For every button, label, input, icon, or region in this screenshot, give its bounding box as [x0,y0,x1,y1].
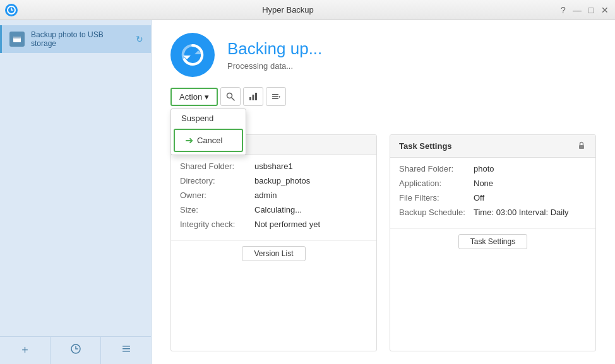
table-row: Owner: admin [180,191,367,200]
task-settings-panel-footer: Task Settings [390,228,595,254]
backup-spinner [170,33,215,77]
log-button[interactable] [101,337,151,364]
version-list-button[interactable]: Version List [242,246,305,261]
backup-task-icon [9,32,25,47]
add-task-button[interactable]: + [0,337,51,364]
sidebar-item-label: Backup photo to USB storage [31,30,129,48]
backup-history-button[interactable] [51,337,101,364]
toolbar: Action ▾ Suspend ➜ Cancel [170,87,596,106]
directory-value: backup_photos [254,176,310,185]
help-button[interactable]: ? [558,5,568,15]
window-controls: ? — □ ✕ [558,5,610,15]
close-button[interactable]: ✕ [600,5,610,15]
target-panel-body: Shared Folder: usbshare1 Directory: back… [171,155,376,240]
integrity-value: Not performed yet [254,220,320,229]
app-title: Hyper Backup [18,5,558,15]
add-icon: + [21,344,28,357]
directory-label: Directory: [180,176,249,185]
table-row: Backup Schedule: Time: 03:00 Interval: D… [399,208,587,217]
svg-rect-4 [122,346,130,347]
shared-folder-value: usbshare1 [254,161,293,171]
table-row: Directory: backup_photos [180,176,367,185]
log-icon [121,344,131,357]
stats-icon [249,92,258,101]
svg-rect-11 [249,97,251,100]
task-settings-header: Task Settings [390,135,595,158]
integrity-label: Integrity check: [180,220,249,229]
suspend-menu-item[interactable]: Suspend [171,109,246,127]
table-row: Size: Calculating... [180,205,367,214]
backing-up-title: Backing up... [227,39,322,59]
svg-rect-2 [13,37,21,38]
sidebar-items: Backup photo to USB storage ↻ [0,20,151,58]
svg-line-10 [232,98,234,100]
svg-rect-13 [255,93,257,100]
task-shared-folder-value: photo [474,164,494,173]
file-filters-value: Off [474,193,484,203]
application-label: Application: [399,179,469,188]
owner-value: admin [254,191,277,200]
menu-button[interactable] [266,87,286,106]
svg-rect-16 [272,98,278,100]
search-button[interactable] [220,87,241,106]
action-button[interactable]: Action ▾ [170,88,218,106]
svg-rect-18 [579,145,584,149]
task-settings-panel: Task Settings Shared Folder: photo [390,134,596,351]
svg-rect-14 [272,94,278,95]
svg-rect-12 [252,95,254,100]
sidebar-item-backup[interactable]: Backup photo to USB storage ↻ [0,25,151,53]
history-icon [70,343,81,358]
backup-title-area: Backing up... Processing data... [227,39,322,71]
menu-icon [272,92,280,101]
backup-schedule-value: Time: 03:00 Interval: Daily [474,208,569,217]
sidebar: Backup photo to USB storage ↻ + [0,20,152,364]
action-dropdown: Suspend ➜ Cancel [170,109,246,155]
arrow-icon: ➜ [185,134,193,146]
titlebar: Hyper Backup ? — □ ✕ [0,0,615,20]
svg-rect-15 [272,96,278,97]
file-filters-label: File Filters: [399,193,469,203]
svg-rect-5 [122,348,130,349]
content-area: Backing up... Processing data... Action … [152,20,615,364]
task-shared-folder-label: Shared Folder: [399,164,469,173]
size-value: Calculating... [254,205,302,214]
shared-folder-label: Shared Folder: [180,161,249,171]
size-label: Size: [180,205,249,214]
refresh-icon[interactable]: ↻ [136,34,143,44]
cancel-label: Cancel [197,136,222,145]
search-icon [226,92,235,101]
minimize-button[interactable]: — [572,5,582,15]
task-settings-body: Shared Folder: photo Application: None F… [390,158,595,228]
lock-icon [576,140,587,152]
info-panels: Target Shared Folder: usbshare1 Director… [170,134,596,351]
app-logo [5,4,18,16]
svg-marker-17 [279,96,280,98]
backup-schedule-label: Backup Schedule: [399,208,469,217]
processing-subtitle: Processing data... [227,61,322,71]
task-settings-button[interactable]: Task Settings [458,234,527,249]
task-settings-title: Task Settings [399,141,452,151]
suspend-label: Suspend [181,114,213,123]
svg-rect-6 [122,351,130,352]
svg-point-9 [227,93,232,98]
stats-button[interactable] [243,87,263,106]
application-value: None [474,179,493,188]
sidebar-footer: + [0,336,151,364]
table-row: Shared Folder: usbshare1 [180,161,367,171]
target-panel-footer: Version List [171,240,376,266]
cancel-menu-item[interactable]: ➜ Cancel [174,129,243,152]
maximize-button[interactable]: □ [586,5,596,15]
owner-label: Owner: [180,191,249,200]
table-row: Application: None [399,179,587,188]
backup-header: Backing up... Processing data... [170,33,596,77]
target-panel: Target Shared Folder: usbshare1 Director… [170,134,377,351]
main-container: Backup photo to USB storage ↻ + [0,20,615,364]
table-row: File Filters: Off [399,193,587,203]
table-row: Shared Folder: photo [399,164,587,173]
table-row: Integrity check: Not performed yet [180,220,367,229]
